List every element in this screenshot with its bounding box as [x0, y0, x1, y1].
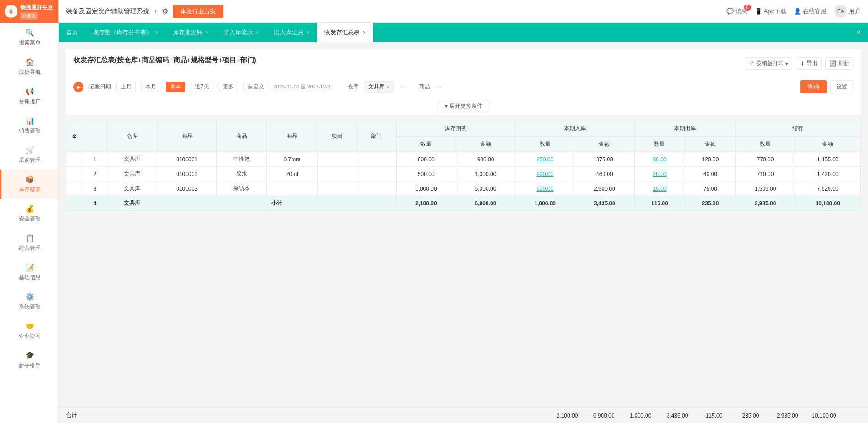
- tab-stock-dist-close[interactable]: ×: [155, 29, 158, 36]
- settings-button[interactable]: 设置: [830, 80, 853, 93]
- refresh-button[interactable]: 🔄 刷新: [825, 57, 853, 70]
- sidebar-item-basic[interactable]: 📝 基础信息: [0, 258, 58, 287]
- refresh-icon: 🔄: [829, 60, 836, 67]
- filter-arrow-btn[interactable]: ▶: [73, 82, 83, 92]
- date-btn-this-year[interactable]: 本年: [166, 82, 185, 92]
- th-project: 项目: [317, 121, 357, 152]
- service-label: 在线客服: [803, 7, 827, 16]
- user-item[interactable]: Ea 用户: [834, 5, 861, 18]
- sidebar-item-newbie[interactable]: 🎓 新手引导: [0, 346, 58, 375]
- row-warehouse: 文具库: [107, 167, 157, 181]
- query-button[interactable]: 查询: [800, 80, 827, 93]
- tab-batch-ledger-close[interactable]: ×: [205, 29, 209, 36]
- th-spec: 商品: [267, 121, 317, 152]
- goods-more[interactable]: ···: [436, 83, 441, 91]
- sidebar-item-system[interactable]: ⚙️ 系统管理: [0, 287, 58, 316]
- expand-more-btn[interactable]: ▾ 展开更多条件: [439, 100, 488, 112]
- row-in-qty[interactable]: 250.00: [515, 152, 575, 167]
- warehouse-more[interactable]: ···: [399, 83, 405, 91]
- sidebar-item-label: 快捷导航: [19, 68, 41, 76]
- date-btn-7days[interactable]: 近7天: [191, 82, 213, 92]
- row-out-qty[interactable]: 20.00: [634, 167, 685, 181]
- date-btn-custom[interactable]: 自定义: [243, 82, 268, 92]
- export-icon: ⬇: [800, 60, 805, 67]
- row-open-amt: 5,000.00: [456, 181, 515, 196]
- logo-icon: 6: [5, 5, 17, 18]
- print-label: 拨销版打印: [756, 60, 784, 67]
- row-spec: 20ml: [267, 167, 317, 181]
- row-in-qty[interactable]: 520.00: [515, 181, 575, 196]
- sidebar: 6 畅捷通好生意 标准版 🔍 搜索菜单 🏠 快捷导航 📢 营销推广 📊 销售管理…: [0, 0, 59, 423]
- tab-recv-send-close[interactable]: ×: [363, 29, 366, 36]
- row-name: 胶水: [216, 167, 266, 181]
- tab-inout-flow[interactable]: 出入库流水 ×: [216, 23, 266, 42]
- config-icon[interactable]: ⚙: [162, 7, 168, 16]
- sidebar-item-search[interactable]: 🔍 搜索菜单: [0, 23, 58, 52]
- user-label: 用户: [849, 7, 861, 16]
- row-project: [317, 181, 357, 196]
- total-open-amt: 6,900.00: [586, 412, 622, 419]
- th-in-amt: 金额: [575, 137, 635, 152]
- sidebar-item-enterprise[interactable]: 🤝 企业协同: [0, 316, 58, 346]
- table-row: 3 文具库 0100003 采访本 1,000.00 5,000.00 520.…: [66, 181, 861, 196]
- subtotal-warehouse: 文具库: [107, 196, 157, 211]
- row-in-amt: 460.00: [575, 167, 635, 181]
- sidebar-item-finance[interactable]: 💰 资金管理: [0, 199, 58, 228]
- row-close-amt: 1,155.00: [795, 152, 861, 167]
- sidebar-item-label: 销售管理: [19, 127, 41, 135]
- date-btn-this-month[interactable]: 本月: [141, 82, 160, 92]
- tab-stock-dist[interactable]: 现存量（库存分布表） ×: [85, 23, 166, 42]
- sidebar-item-operations[interactable]: 📋 经营管理: [0, 228, 58, 258]
- subtotal-open-qty: 2,100.00: [396, 196, 456, 211]
- app-download-item[interactable]: 📱 App下载: [755, 7, 786, 16]
- total-open-qty: 2,100.00: [549, 412, 586, 419]
- sidebar-item-quicknav[interactable]: 🏠 快捷导航: [0, 52, 58, 82]
- tab-recv-send[interactable]: 收发存汇总表 ×: [317, 23, 373, 42]
- row-out-qty[interactable]: 80.00: [634, 152, 685, 167]
- subtotal-seq: 4: [83, 196, 107, 211]
- print-button[interactable]: 🖨 拨销版打印 ▾: [745, 57, 792, 70]
- sidebar-item-inventory[interactable]: 📦 库存核算: [0, 170, 58, 199]
- row-in-qty[interactable]: 230.00: [515, 167, 575, 181]
- row-dept: [357, 152, 396, 167]
- th-close-qty: 数量: [735, 137, 795, 152]
- row-close-qty: 1,505.00: [735, 181, 795, 196]
- gear-icon[interactable]: ⚙: [72, 133, 77, 140]
- th-opening: 库存期初: [396, 121, 515, 137]
- sidebar-item-purchase[interactable]: 🛒 采购管理: [0, 140, 58, 170]
- try-button[interactable]: 体验行业方案: [173, 5, 223, 18]
- tab-home[interactable]: 首页: [59, 23, 85, 42]
- row-close-amt: 7,525.00: [795, 181, 861, 196]
- warehouse-tag-close[interactable]: ×: [387, 84, 389, 90]
- table-row: 2 文具库 0100002 胶水 20ml 500.00 1,000.00 23…: [66, 167, 861, 181]
- message-item[interactable]: 💬 消息 6: [726, 7, 747, 16]
- tab-inout-flow-close[interactable]: ×: [256, 29, 259, 36]
- subtotal-close-amt: 10,100.00: [795, 196, 861, 211]
- tab-stock-dist-label: 现存量（库存分布表）: [93, 28, 152, 37]
- tab-inout-summary[interactable]: 出入库汇总 ×: [266, 23, 317, 42]
- sidebar-item-sales[interactable]: 📊 销售管理: [0, 111, 58, 140]
- newbie-icon: 🎓: [25, 351, 34, 360]
- row-name: 中性笔: [216, 152, 266, 167]
- tab-batch-ledger[interactable]: 库存批次账 ×: [166, 23, 216, 42]
- date-btn-last-month[interactable]: 上月: [116, 82, 136, 92]
- row-dept: [357, 167, 396, 181]
- expand-chevron-icon: ▾: [445, 103, 448, 110]
- row-out-qty[interactable]: 15.00: [634, 181, 685, 196]
- row-warehouse: 文具库: [107, 181, 157, 196]
- export-button[interactable]: ⬇ 导出: [796, 57, 822, 70]
- warehouse-tag[interactable]: 文具库 ×: [364, 81, 393, 93]
- tab-bar-close-all[interactable]: ×: [849, 28, 868, 37]
- tab-inout-summary-close[interactable]: ×: [306, 29, 310, 36]
- sidebar-item-marketing[interactable]: 📢 营销推广: [0, 82, 58, 111]
- row-in-amt: 2,600.00: [575, 181, 635, 196]
- service-item[interactable]: 👤 在线客服: [794, 7, 827, 16]
- expand-label: 展开更多条件: [449, 102, 482, 110]
- row-open-qty: 600.00: [396, 152, 456, 167]
- th-out: 本期出库: [634, 121, 735, 137]
- footer-total: 合计 2,100.00 6,900.00 1,000.00 3,435.00 1…: [59, 407, 868, 423]
- date-btn-more[interactable]: 更多: [219, 82, 238, 92]
- row-open-qty: 1,000.00: [396, 181, 456, 196]
- subtotal-in-qty: 1,000.00: [515, 196, 575, 211]
- sidebar-nav: 🔍 搜索菜单 🏠 快捷导航 📢 营销推广 📊 销售管理 🛒 采购管理 📦 库存核…: [0, 23, 58, 423]
